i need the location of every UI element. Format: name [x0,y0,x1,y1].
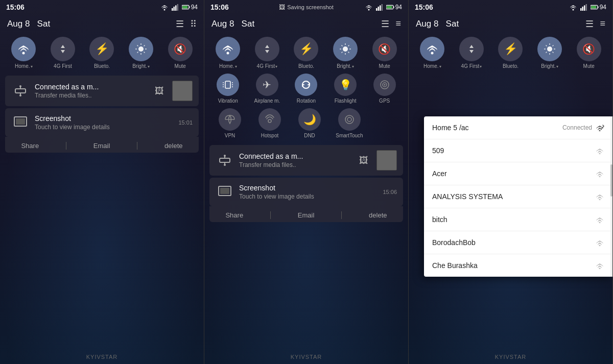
svg-line-41 [348,52,349,53]
svg-rect-29 [380,5,381,11]
quick-toggles-1: Home. ▾ 4G First ⚡ Blueto. [0,32,204,71]
toggle-bt-2[interactable]: ⚡ Blueto. [291,37,321,69]
notif-usb-2[interactable]: Connected as a m... Transfer media files… [209,145,403,176]
toggle-vpn-circle[interactable] [219,108,241,131]
toggle-bright-circle-2[interactable] [333,37,358,61]
saving-bar: 🖼 Saving screenshot [273,3,340,12]
toggle-bt-circle-1[interactable]: ⚡ [89,37,114,61]
toggle-data-circle-1[interactable] [51,37,75,61]
toggle-bright-2[interactable]: Bright. ▾ [330,37,361,69]
toggle-bt-3[interactable]: ⚡ Blueto. [495,37,526,69]
notif-usb-1[interactable]: Connected as a m... Transfer media files… [5,76,199,106]
toggle-vpn-2[interactable]: VPN [215,108,245,139]
toggle-smarttouch-2[interactable]: SmartTouch [334,108,365,139]
quick-toggles-2-row2: Vibration ✈ Airplane m. Rotation 💡 [204,71,408,106]
battery-icon: 94 [182,4,198,11]
wifi-item-home[interactable]: Home 5 /ac Connected [424,116,612,139]
toggle-data-1[interactable]: 4G First [48,37,78,69]
usb-icon [11,82,30,100]
wifi-item-509[interactable]: 509 [424,139,612,162]
time-3: 15:06 [415,3,433,11]
svg-line-14 [137,45,138,46]
toggle-wifi-circle-2[interactable] [216,37,240,61]
toggle-mute-circle-1[interactable]: 🔇 [168,37,193,61]
toggle-bright-3[interactable]: Bright. ▾ [534,37,565,69]
toggle-airplane-2[interactable]: ✈ Airplane m. [252,74,282,104]
toggle-bt-label-1: Blueto. [94,63,110,69]
share-btn-2[interactable]: Share [220,209,248,221]
svg-rect-18 [15,89,26,93]
image-icon: 🖼 [155,86,164,96]
toggle-wifi-1[interactable]: Home. ▾ [8,37,39,69]
wifi-item-analysis[interactable]: ANALYSIS SYSTEMA [424,185,612,208]
delete-btn-2[interactable]: delete [364,209,392,221]
notif-actions-1: Share Email delete [5,137,199,153]
toggle-rotation-circle[interactable] [295,74,317,96]
email-btn-2[interactable]: Email [293,209,320,221]
toggle-vibration-circle[interactable] [217,74,239,96]
toggle-mute-1[interactable]: 🔇 Mute [165,37,196,69]
toggle-bt-circle-2[interactable]: ⚡ [294,37,318,61]
wifi-item-bitch[interactable]: bitch [424,208,612,231]
list-icon-2[interactable]: ≡ [395,18,401,30]
svg-rect-64 [220,188,229,194]
toggle-mute-circle-2[interactable]: 🔇 [372,37,397,61]
toggle-bright-1[interactable]: Bright. ▾ [126,37,156,69]
toggle-airplane-circle[interactable]: ✈ [256,74,278,96]
toggle-hotspot-2[interactable]: Hotspot [254,108,285,139]
notif-screenshot-1[interactable]: Screenshot Touch to view image details 1… [5,108,199,137]
toggle-data-2[interactable]: 4G First ▾ [252,37,282,69]
toggle-bt-1[interactable]: ⚡ Blueto. [86,37,117,69]
toggle-data-circle-2[interactable] [255,37,279,61]
delete-btn-1[interactable]: delete [159,140,187,152]
wifi-icon-analysis [595,193,604,200]
toggle-gps-2[interactable]: GPS [369,74,400,104]
grid-icon-1[interactable]: ⠿ [190,18,197,30]
toggle-gps-circle[interactable] [373,74,396,96]
notif-screenshot-2[interactable]: Screenshot Touch to view image details 1… [209,178,403,206]
toggle-wifi-2[interactable]: Home. ▾ [213,37,243,69]
hamburger-icon-3[interactable]: ☰ [585,18,594,30]
svg-point-56 [345,115,353,124]
toggle-mute-3[interactable]: 🔇 Mute [574,37,604,69]
date-2: Aug 8 Sat [211,19,254,29]
rotation-svg [300,79,312,90]
toggle-wifi-3[interactable]: Home. ▾ [417,37,447,69]
toggle-smarttouch-circle[interactable] [338,108,361,131]
wifi-icon-2 [221,43,234,55]
notif-screenshot-sub-1: Touch to view image details [35,124,173,131]
toggle-bright-circle-1[interactable] [129,37,153,61]
svg-rect-7 [182,6,187,8]
toggle-dnd-2[interactable]: 🌙 DND [294,108,325,139]
data-icon-2 [261,43,273,55]
hamburger-icon-2[interactable]: ☰ [381,18,389,30]
toggle-rotation-2[interactable]: Rotation [291,74,321,104]
toggle-flashlight-circle[interactable]: 💡 [334,74,357,96]
toggle-wifi-circle-1[interactable] [11,37,36,61]
toggle-bright-label-1: Bright. [132,63,147,69]
svg-point-83 [599,130,601,132]
notif-usb-title-1: Connected as a m... [35,83,150,91]
wifi-item-cheburashka[interactable]: Che Burashka [424,254,612,277]
share-btn-1[interactable]: Share [16,140,44,152]
toggle-data-3[interactable]: 4G First ▾ [456,37,487,69]
toggle-flashlight-2[interactable]: 💡 Flashlight [330,74,361,104]
svg-point-65 [572,9,574,11]
usb-svg [13,84,28,98]
email-btn-1[interactable]: Email [88,140,115,152]
hamburger-icon-1[interactable]: ☰ [176,18,184,30]
svg-point-21 [19,85,21,87]
wifi-item-acer[interactable]: Acer [424,162,612,185]
wifi-connected-icon [595,124,604,131]
svg-line-15 [144,52,145,53]
toggle-hotspot-circle[interactable] [258,108,281,131]
toggle-vibration-2[interactable]: Vibration [213,74,243,104]
svg-rect-6 [189,6,190,8]
wifi-item-borodachbob[interactable]: BorodachBob [424,231,612,254]
list-icon-3[interactable]: ≡ [600,18,605,30]
toggle-dnd-circle[interactable]: 🌙 [298,108,321,131]
notifications-2: Connected as a m... Transfer media files… [204,141,408,226]
svg-line-43 [342,52,343,53]
toggle-mute-2[interactable]: 🔇 Mute [369,37,400,69]
svg-point-26 [368,9,369,11]
